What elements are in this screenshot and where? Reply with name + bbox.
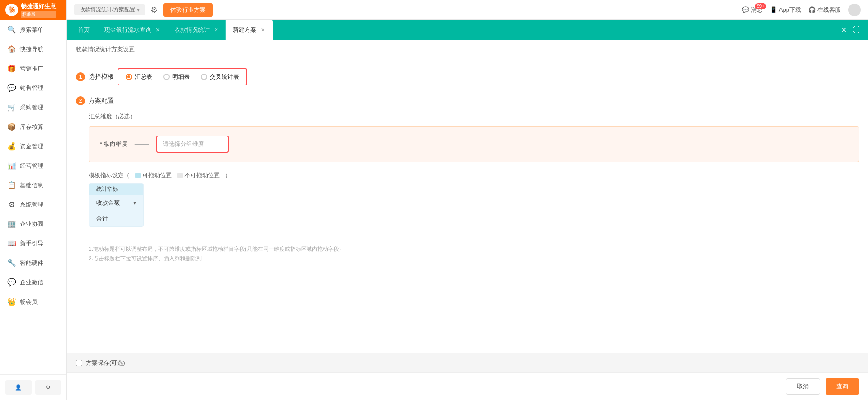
sidebar-item-label: 畅会员 bbox=[20, 298, 38, 306]
sidebar-item-system[interactable]: ⚙ 系统管理 bbox=[0, 195, 66, 214]
sidebar-item-label: 经营管理 bbox=[20, 162, 43, 170]
metrics-chevron-icon[interactable]: ▾ bbox=[133, 200, 136, 206]
footer-buttons: 取消 查询 bbox=[67, 372, 868, 400]
radio-summary-circle bbox=[126, 74, 132, 80]
sidebar-item-basic-info[interactable]: 📋 基础信息 bbox=[0, 175, 66, 195]
section1-number: 1 bbox=[76, 72, 85, 81]
home-icon: 🏠 bbox=[7, 45, 16, 53]
dimension-select[interactable]: 请选择分组维度 bbox=[156, 136, 229, 153]
avatar[interactable] bbox=[848, 4, 861, 16]
tab-new-plan[interactable]: 新建方案 × bbox=[226, 20, 272, 40]
tab-home-label: 首页 bbox=[78, 26, 90, 34]
sidebar-item-operations[interactable]: 📊 经营管理 bbox=[0, 156, 66, 175]
gear-icon: ⚙ bbox=[7, 200, 16, 209]
tab-bank-label: 现金银行流水查询 bbox=[104, 26, 151, 34]
dimension-placeholder: 请选择分组维度 bbox=[163, 141, 204, 147]
sidebar-bottom: 👤 ⚙ bbox=[0, 374, 66, 400]
gift-icon: 🎁 bbox=[7, 64, 16, 73]
arrow-icon: —— bbox=[135, 140, 149, 148]
sidebar-item-hardware[interactable]: 🔧 智能硬件 bbox=[0, 253, 66, 273]
breadcrumb: 收款情况统计/方案配置 ▾ bbox=[74, 4, 145, 15]
metrics-item-total: 合计 bbox=[89, 211, 143, 226]
radio-summary-label: 汇总表 bbox=[135, 73, 152, 81]
main-area: 收款情况统计/方案配置 ▾ ⚙ 体验行业方案 💬 消息 99+ 📱 App下载 … bbox=[67, 0, 868, 400]
service-button[interactable]: 🎧 在线客服 bbox=[808, 6, 841, 14]
sidebar-item-guide[interactable]: 📖 新手引导 bbox=[0, 234, 66, 253]
sidebar-item-quick-nav[interactable]: 🏠 快捷导航 bbox=[0, 39, 66, 59]
sidebar-item-member[interactable]: 👑 畅会员 bbox=[0, 292, 66, 311]
sidebar-logo: 畅 畅捷通好生意 标准版 bbox=[0, 0, 66, 20]
download-label: App下载 bbox=[779, 6, 801, 14]
radio-detail-circle bbox=[163, 74, 170, 80]
sidebar-item-marketing[interactable]: 🎁 营销推广 bbox=[0, 59, 66, 78]
sidebar-item-wechat[interactable]: 💬 企业微信 bbox=[0, 273, 66, 292]
sidebar-item-label: 企业微信 bbox=[20, 278, 43, 287]
radio-cross-label: 交叉统计表 bbox=[210, 73, 239, 81]
radio-summary[interactable]: 汇总表 bbox=[126, 73, 152, 81]
download-button[interactable]: 📱 App下载 bbox=[770, 6, 801, 14]
service-label: 在线客服 bbox=[817, 6, 841, 14]
sidebar-item-search-menu[interactable]: 🔍 搜索菜单 bbox=[0, 20, 66, 39]
save-checkbox[interactable] bbox=[76, 360, 82, 366]
tips-section: 1.拖动标题栏可以调整布局，不可跨维度或指标区域拖动栏目字段(只能在同一维度或指… bbox=[89, 238, 859, 263]
sidebar-item-sales[interactable]: 💬 销售管理 bbox=[0, 78, 66, 98]
sidebar-item-inventory[interactable]: 📦 库存核算 bbox=[0, 117, 66, 136]
sidebar-user-btn[interactable]: 👤 bbox=[5, 380, 32, 395]
tab-bank-close-icon[interactable]: × bbox=[156, 26, 160, 33]
fixed-label: 不可拖动位置 bbox=[184, 171, 220, 179]
chevron-down-icon: ▾ bbox=[137, 7, 140, 13]
notification-badge: 99+ bbox=[755, 3, 766, 9]
wrench-icon: 🔧 bbox=[7, 259, 16, 267]
form-content: 1 选择模板 汇总表 明细表 交叉统计表 bbox=[67, 59, 868, 353]
tab-bar: 首页 现金银行流水查询 × 收款情况统计 × 新建方案 × ✕ ⛶ bbox=[67, 20, 868, 40]
tab-receipt-close-icon[interactable]: × bbox=[214, 26, 218, 33]
metrics-subtitle-start: 模板指标设定（ bbox=[89, 171, 130, 179]
cancel-button[interactable]: 取消 bbox=[786, 378, 820, 395]
dimension-config: 汇总维度（必选） * 纵向维度 —— 请选择分组维度 模 bbox=[76, 113, 859, 263]
metrics-grid: 统计指标 收款金额 ▾ 合计 bbox=[89, 183, 144, 227]
notification-button[interactable]: 💬 消息 99+ bbox=[742, 6, 763, 14]
header-right: 💬 消息 99+ 📱 App下载 🎧 在线客服 bbox=[742, 4, 861, 16]
tip1-text: 1.拖动标题栏可以调整布局，不可跨维度或指标区域拖动栏目字段(只能在同一维度或指… bbox=[89, 245, 341, 253]
section2-number: 2 bbox=[76, 96, 85, 105]
query-button[interactable]: 查询 bbox=[826, 378, 859, 395]
sidebar-item-purchase[interactable]: 🛒 采购管理 bbox=[0, 98, 66, 117]
sidebar-item-finance[interactable]: 💰 资金管理 bbox=[0, 136, 66, 156]
sidebar-settings-btn[interactable]: ⚙ bbox=[35, 380, 61, 395]
tip2-text: 2.点击标题栏下拉可设置排序、插入列和删除列 bbox=[89, 255, 202, 263]
radio-cross[interactable]: 交叉统计表 bbox=[201, 73, 239, 81]
settings-icon[interactable]: ⚙ bbox=[151, 5, 158, 15]
sidebar-item-label: 采购管理 bbox=[20, 104, 43, 112]
metrics-category: 统计指标 bbox=[89, 184, 143, 195]
radio-detail[interactable]: 明细表 bbox=[163, 73, 190, 81]
window-close-icon[interactable]: ✕ bbox=[839, 25, 848, 34]
sidebar-item-label: 智能硬件 bbox=[20, 259, 43, 267]
tab-receipt-stats[interactable]: 收款情况统计 × bbox=[167, 20, 226, 40]
box-icon: 📦 bbox=[7, 122, 16, 131]
sidebar-item-enterprise[interactable]: 🏢 企业协同 bbox=[0, 214, 66, 234]
section-config: 2 方案配置 汇总维度（必选） * 纵向维度 —— 请选择分组维度 bbox=[76, 96, 859, 263]
tab-new-plan-label: 新建方案 bbox=[233, 26, 256, 34]
tip-1: 1.拖动标题栏可以调整布局，不可跨维度或指标区域拖动栏目字段(只能在同一维度或指… bbox=[89, 245, 859, 253]
crown-icon: 👑 bbox=[7, 297, 16, 306]
sidebar: 畅 畅捷通好生意 标准版 🔍 搜索菜单 🏠 快捷导航 🎁 营销推广 💬 销售管理… bbox=[0, 0, 67, 400]
download-icon: 📱 bbox=[770, 6, 777, 13]
legend-fixed: 不可拖动位置 bbox=[177, 171, 220, 179]
page-title: 收款情况统计方案设置 bbox=[76, 46, 135, 52]
chat-icon: 💬 bbox=[7, 84, 16, 92]
chart-icon: 📊 bbox=[7, 161, 16, 170]
tab-bank[interactable]: 现金银行流水查询 × bbox=[97, 20, 167, 40]
section1-title: 选择模板 bbox=[89, 73, 114, 81]
tab-home[interactable]: 首页 bbox=[71, 20, 97, 40]
wechat-icon: 💬 bbox=[7, 278, 16, 287]
sidebar-item-label: 销售管理 bbox=[20, 84, 43, 92]
metrics-item-receipt[interactable]: 收款金额 ▾ bbox=[89, 195, 143, 211]
industry-solution-button[interactable]: 体验行业方案 bbox=[163, 3, 213, 17]
radio-cross-circle bbox=[201, 74, 207, 80]
sidebar-item-label: 快捷导航 bbox=[20, 45, 43, 53]
metrics-total-name: 合计 bbox=[96, 215, 108, 223]
window-maximize-icon[interactable]: ⛶ bbox=[852, 25, 861, 34]
metrics-subtitle-end: ） bbox=[225, 171, 231, 179]
tab-new-plan-close-icon[interactable]: × bbox=[261, 26, 264, 33]
metrics-section: 模板指标设定（ 可拖动位置 不可拖动位置 ） bbox=[89, 171, 859, 227]
